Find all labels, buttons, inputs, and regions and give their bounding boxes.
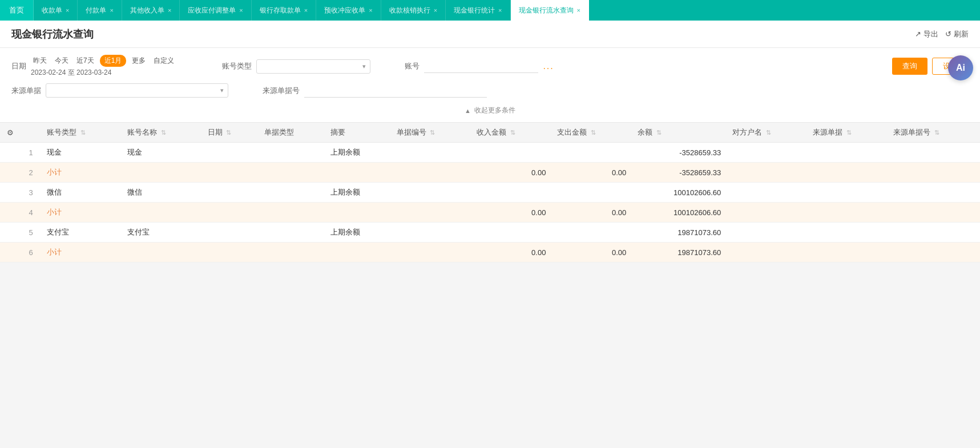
row-doc-num bbox=[391, 203, 471, 223]
income-column-header[interactable]: 收入金额 ⇅ bbox=[471, 123, 551, 143]
counterparty-column-header[interactable]: 对方户名 ⇅ bbox=[727, 123, 807, 143]
row-doc-num bbox=[391, 223, 471, 243]
row-income bbox=[471, 143, 551, 163]
row-date bbox=[202, 183, 259, 203]
row-expense bbox=[551, 183, 632, 203]
table-row[interactable]: 4 小计 0.00 0.00 100102606.60 bbox=[0, 203, 980, 223]
row-number: 3 bbox=[21, 183, 41, 203]
row-date bbox=[202, 223, 259, 243]
row-summary: 上期余额 bbox=[325, 183, 391, 203]
row-account-name: 现金 bbox=[122, 143, 202, 163]
sort-icon: ⇅ bbox=[226, 129, 231, 136]
doc-num-column-header[interactable]: 单据编号 ⇅ bbox=[391, 123, 471, 143]
row-balance: 100102606.60 bbox=[632, 203, 727, 223]
source-doc-num-column-header[interactable]: 来源单据号 ⇅ bbox=[888, 123, 980, 143]
filter-area: 日期 昨天 今天 近7天 近1月 更多 自定义 2023-02-24 至 202… bbox=[0, 48, 980, 123]
date-btn-1month[interactable]: 近1月 bbox=[100, 55, 127, 67]
tab-shoukuanhexiao[interactable]: 收款核销执行 × bbox=[381, 0, 446, 21]
gear-icon: ⚙ bbox=[7, 128, 14, 137]
row-income bbox=[471, 183, 551, 203]
date-column-header[interactable]: 日期 ⇅ bbox=[202, 123, 259, 143]
row-date bbox=[202, 163, 259, 183]
balance-column-header[interactable]: 余额 ⇅ bbox=[632, 123, 727, 143]
row-income bbox=[471, 223, 551, 243]
tab-fukuan[interactable]: 付款单 × bbox=[78, 0, 122, 21]
row-counterparty bbox=[727, 163, 807, 183]
account-type-column-header[interactable]: 账号类型 ⇅ bbox=[41, 123, 122, 143]
dots-button[interactable]: ... bbox=[543, 61, 554, 71]
doc-type-column-header: 单据类型 bbox=[259, 123, 325, 143]
source-doc-num-input[interactable] bbox=[304, 84, 487, 98]
query-button[interactable]: 查询 bbox=[892, 58, 927, 75]
home-button[interactable]: 首页 bbox=[0, 0, 34, 21]
close-icon[interactable]: × bbox=[168, 7, 171, 14]
row-expense bbox=[551, 143, 632, 163]
row-summary bbox=[325, 163, 391, 183]
row-summary bbox=[325, 243, 391, 263]
collapse-bar[interactable]: ▲ 收起更多条件 bbox=[11, 103, 969, 116]
date-range-display: 2023-02-24 至 2023-03-24 bbox=[31, 68, 176, 78]
row-num-column-header bbox=[21, 123, 41, 143]
sort-icon: ⇅ bbox=[80, 129, 86, 136]
source-doc-label: 来源单据 bbox=[11, 86, 41, 96]
row-balance: 19871073.60 bbox=[632, 243, 727, 263]
date-btn-yesterday[interactable]: 昨天 bbox=[31, 55, 49, 67]
row-doc-type bbox=[259, 143, 325, 163]
page-title: 现金银行流水查询 bbox=[11, 27, 94, 41]
gear-column-header[interactable]: ⚙ bbox=[0, 123, 21, 143]
date-btn-today[interactable]: 今天 bbox=[53, 55, 71, 67]
tab-yingshouyingfu[interactable]: 应收应付调整单 × bbox=[180, 0, 251, 21]
summary-column-header: 摘要 bbox=[325, 123, 391, 143]
tab-qitashuru[interactable]: 其他收入单 × bbox=[122, 0, 180, 21]
row-expense: 0.00 bbox=[551, 243, 632, 263]
collapse-arrow-icon: ▲ bbox=[465, 107, 471, 114]
tab-liushui-active[interactable]: 现金银行流水查询 × bbox=[511, 0, 589, 21]
row-balance: -3528659.33 bbox=[632, 163, 727, 183]
row-account-name: 微信 bbox=[122, 183, 202, 203]
close-icon[interactable]: × bbox=[66, 7, 69, 14]
date-btn-custom[interactable]: 自定义 bbox=[151, 55, 176, 67]
row-account-name: 支付宝 bbox=[122, 223, 202, 243]
export-button[interactable]: ↗ 导出 bbox=[915, 29, 938, 39]
tab-yushouchong[interactable]: 预收冲应收单 × bbox=[316, 0, 381, 21]
close-icon[interactable]: × bbox=[577, 7, 580, 14]
row-gear-cell bbox=[0, 183, 21, 203]
close-icon[interactable]: × bbox=[110, 7, 113, 14]
close-icon[interactable]: × bbox=[434, 7, 437, 14]
table-row[interactable]: 2 小计 0.00 0.00 -3528659.33 bbox=[0, 163, 980, 183]
close-icon[interactable]: × bbox=[369, 7, 372, 14]
row-account-name bbox=[122, 203, 202, 223]
account-name-column-header[interactable]: 账号名称 ⇅ bbox=[122, 123, 202, 143]
expense-column-header[interactable]: 支出金额 ⇅ bbox=[551, 123, 632, 143]
tab-shoukuan[interactable]: 收款单 × bbox=[34, 0, 78, 21]
row-doc-type bbox=[259, 163, 325, 183]
source-doc-select[interactable] bbox=[46, 83, 228, 98]
row-doc-num bbox=[391, 243, 471, 263]
row-expense: 0.00 bbox=[551, 163, 632, 183]
table-row[interactable]: 6 小计 0.00 0.00 19871073.60 bbox=[0, 243, 980, 263]
tab-xianjinyinhang[interactable]: 现金银行统计 × bbox=[446, 0, 510, 21]
sort-icon: ⇅ bbox=[934, 129, 939, 136]
row-source-doc bbox=[807, 183, 888, 203]
sort-icon: ⇅ bbox=[656, 129, 662, 136]
refresh-button[interactable]: ↺ 刷新 bbox=[945, 29, 969, 39]
date-btn-more[interactable]: 更多 bbox=[130, 55, 148, 67]
close-icon[interactable]: × bbox=[239, 7, 243, 14]
source-doc-column-header[interactable]: 来源单据 ⇅ bbox=[807, 123, 888, 143]
source-doc-num-filter-group: 来源单据号 bbox=[263, 84, 487, 98]
account-input[interactable] bbox=[424, 59, 538, 73]
tab-yinhangcunqu[interactable]: 银行存取款单 × bbox=[252, 0, 316, 21]
row-number: 1 bbox=[21, 143, 41, 163]
table-row[interactable]: 3 微信 微信 上期余额 100102606.60 bbox=[0, 183, 980, 203]
ai-badge[interactable]: Ai bbox=[948, 55, 973, 80]
row-counterparty bbox=[727, 143, 807, 163]
table-row[interactable]: 5 支付宝 支付宝 上期余额 19871073.60 bbox=[0, 223, 980, 243]
sort-icon: ⇅ bbox=[766, 129, 771, 136]
account-type-select[interactable] bbox=[256, 59, 370, 74]
filter-row-1: 日期 昨天 今天 近7天 近1月 更多 自定义 2023-02-24 至 202… bbox=[11, 55, 969, 78]
account-type-filter-group: 账号类型 ▾ bbox=[222, 59, 370, 74]
close-icon[interactable]: × bbox=[304, 7, 308, 14]
close-icon[interactable]: × bbox=[498, 7, 502, 14]
date-btn-7days[interactable]: 近7天 bbox=[74, 55, 96, 67]
table-row[interactable]: 1 现金 现金 上期余额 -3528659.33 bbox=[0, 143, 980, 163]
